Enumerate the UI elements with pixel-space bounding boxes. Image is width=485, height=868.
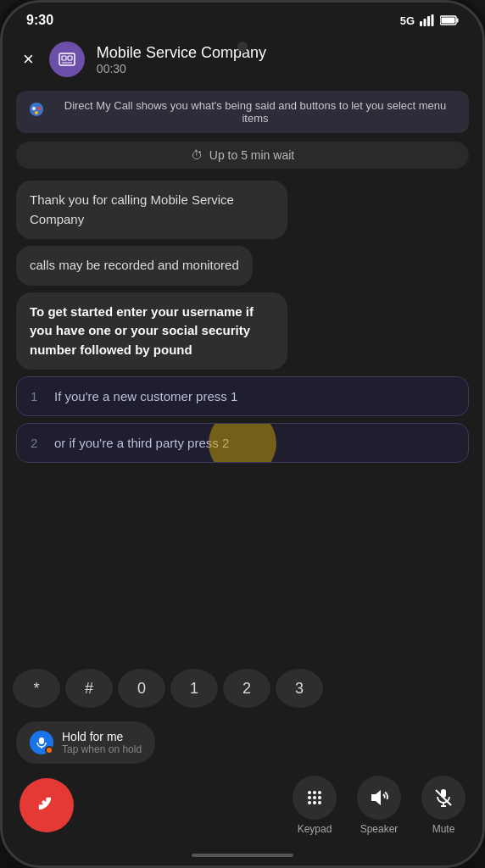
key-3[interactable]: 3 <box>276 669 323 708</box>
transcript-text-3-before: To get started enter <box>30 304 151 319</box>
status-bar: 9:30 5G <box>3 3 482 33</box>
svg-marker-26 <box>371 790 381 805</box>
camera-notch <box>237 42 248 52</box>
option-2[interactable]: 2 or if you're a third party press 2 <box>16 423 469 463</box>
mute-icon <box>433 787 454 808</box>
svg-point-18 <box>313 791 316 794</box>
transcript-bubble-2: calls may be recorded and monitored <box>16 246 253 286</box>
mute-label: Mute <box>432 823 455 835</box>
5g-indicator: 5G <box>400 14 415 27</box>
close-button[interactable]: × <box>20 45 37 74</box>
speaker-icon <box>369 787 389 808</box>
speaker-label: Speaker <box>360 823 399 835</box>
transcript-bubble-3: To get started enter your username if yo… <box>16 292 287 370</box>
timer-icon: ⏱ <box>191 148 203 162</box>
svg-point-12 <box>32 107 36 110</box>
keypad-label: Keypad <box>298 823 332 835</box>
key-2[interactable]: 2 <box>223 669 270 708</box>
svg-point-14 <box>35 111 38 114</box>
keypad-icon <box>305 788 324 807</box>
svg-point-23 <box>308 801 311 804</box>
hold-icon-wrap <box>30 731 53 754</box>
option-1-number: 1 <box>31 389 44 403</box>
transcript-area: Thank you for calling Mobile Service Com… <box>3 174 482 660</box>
option-1[interactable]: 1 If you're a new customer press 1 <box>16 376 469 416</box>
svg-rect-5 <box>457 19 459 23</box>
speaker-control[interactable]: Speaker <box>357 776 401 835</box>
keypad-icon-wrap <box>293 776 337 820</box>
hold-bar: Hold for me Tap when on hold <box>3 716 482 771</box>
hold-dot-orange <box>45 746 53 754</box>
call-controls: Keypad Speaker <box>3 771 482 850</box>
end-call-icon <box>34 793 59 818</box>
option-1-text: If you're a new customer press 1 <box>54 389 237 403</box>
svg-rect-8 <box>62 56 66 60</box>
svg-point-13 <box>37 107 41 110</box>
key-0[interactable]: 0 <box>118 669 165 708</box>
company-icon <box>49 42 85 77</box>
mute-icon-wrap <box>421 776 465 820</box>
info-banner: Direct My Call shows you what's being sa… <box>16 91 469 133</box>
key-asterisk[interactable]: * <box>13 669 60 708</box>
status-time: 9:30 <box>26 13 53 28</box>
svg-rect-0 <box>420 21 422 26</box>
transcript-text-1: Thank you for calling Mobile Service Com… <box>30 192 234 226</box>
svg-rect-15 <box>39 737 44 744</box>
hold-button[interactable]: Hold for me Tap when on hold <box>16 721 155 764</box>
info-banner-text: Direct My Call shows you what's being sa… <box>53 99 457 125</box>
speaker-icon-wrap <box>357 776 401 820</box>
keypad-control[interactable]: Keypad <box>293 776 337 835</box>
svg-rect-2 <box>427 16 430 26</box>
signal-bars-icon <box>420 14 435 26</box>
svg-point-19 <box>318 791 321 794</box>
svg-point-17 <box>308 791 311 794</box>
home-indicator <box>192 854 293 857</box>
svg-rect-1 <box>424 19 426 26</box>
end-call-button[interactable] <box>20 778 74 832</box>
battery-icon <box>440 15 459 25</box>
call-duration: 00:30 <box>97 62 266 75</box>
svg-point-25 <box>318 801 321 804</box>
hold-label: Hold for me <box>62 730 142 743</box>
option-2-number: 2 <box>31 436 44 450</box>
wait-text: Up to 5 min wait <box>209 148 294 162</box>
option-2-text: or if you're a third party press 2 <box>54 436 229 450</box>
control-group: Keypad Speaker <box>293 776 465 835</box>
hold-text: Hold for me Tap when on hold <box>62 730 142 755</box>
key-hash[interactable]: # <box>65 669 113 708</box>
assistant-icon <box>28 101 45 118</box>
svg-point-20 <box>308 796 311 799</box>
keypad-row: * # 0 1 2 3 <box>3 660 482 716</box>
svg-point-21 <box>313 796 316 799</box>
transcript-text-2: calls may be recorded and monitored <box>30 258 239 272</box>
phone-frame: 9:30 5G × <box>0 0 485 868</box>
key-1[interactable]: 1 <box>170 669 218 708</box>
mute-control[interactable]: Mute <box>421 776 465 835</box>
svg-rect-9 <box>68 56 72 60</box>
svg-point-24 <box>313 801 316 804</box>
svg-rect-6 <box>442 18 455 24</box>
status-icons: 5G <box>400 14 459 27</box>
home-bar <box>3 850 482 865</box>
svg-point-22 <box>318 796 321 799</box>
transcript-bubble-1: Thank you for calling Mobile Service Com… <box>16 181 287 239</box>
wait-time-bar: ⏱ Up to 5 min wait <box>16 142 469 169</box>
svg-rect-3 <box>432 14 434 26</box>
hold-sublabel: Tap when on hold <box>62 743 142 755</box>
